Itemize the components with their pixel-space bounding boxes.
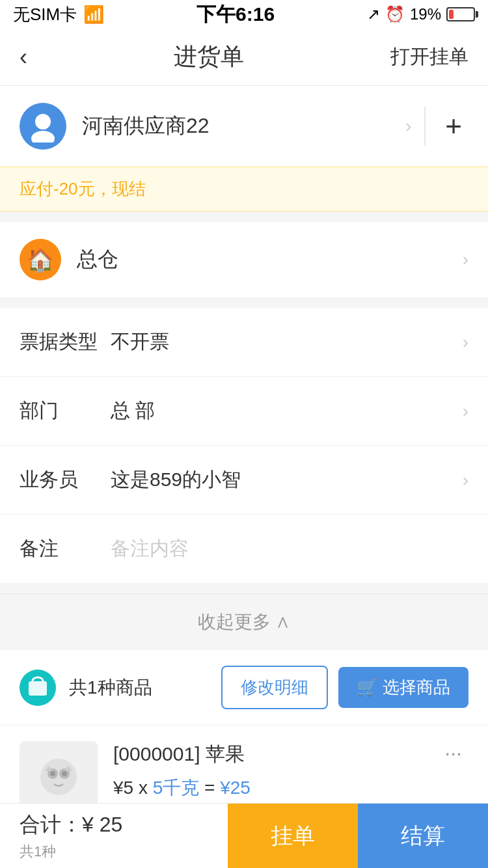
product-equals: = xyxy=(199,778,220,798)
supplier-section: 河南供应商22 › + 应付-20元，现结 xyxy=(0,86,488,211)
collapse-bar[interactable]: 收起更多 ∧ xyxy=(0,593,488,650)
product-count-label: 共1种商品 xyxy=(69,675,221,700)
product-code: [0000001] xyxy=(113,743,206,765)
warehouse-icon: 🏠 xyxy=(20,239,61,280)
owl-svg xyxy=(36,754,81,800)
supplier-add-button[interactable]: + xyxy=(439,110,468,142)
svg-point-0 xyxy=(35,114,51,129)
avatar-svg xyxy=(27,110,59,142)
footer: 合计：¥ 25 共1种 挂单 结算 xyxy=(0,803,488,868)
carrier-text: 无SIM卡 xyxy=(13,3,77,26)
ticket-type-chevron-icon: › xyxy=(463,332,468,353)
suspend-button[interactable]: 挂单 xyxy=(228,804,358,868)
product-header-icon xyxy=(20,670,56,706)
edit-detail-button[interactable]: 修改明细 xyxy=(221,666,328,709)
ticket-type-label: 票据类型 xyxy=(20,329,111,355)
svg-point-6 xyxy=(50,771,55,776)
supplier-chevron-icon: › xyxy=(405,116,411,137)
status-right: ↗ ⏰ 19% xyxy=(367,5,475,23)
page-title: 进货单 xyxy=(174,41,244,73)
product-unit-price: ¥5 x xyxy=(113,778,153,798)
open-suspend-button[interactable]: 打开挂单 xyxy=(390,44,468,70)
product-name: [0000001] 苹果 xyxy=(113,741,438,768)
svg-point-7 xyxy=(62,771,67,776)
product-quantity: 5千克 xyxy=(153,778,200,798)
select-product-button[interactable]: 🛒 选择商品 xyxy=(338,667,468,708)
department-row[interactable]: 部门 总 部 › xyxy=(0,377,488,446)
salesman-chevron-icon: › xyxy=(463,470,468,491)
checkout-button[interactable]: 结算 xyxy=(358,804,488,868)
salesman-value: 这是859的小智 xyxy=(111,467,463,493)
remark-row[interactable]: 备注 备注内容 xyxy=(0,515,488,583)
footer-total-amount: 合计：¥ 25 xyxy=(20,811,208,839)
cart-icon-small: 🛒 xyxy=(357,677,377,698)
svg-rect-2 xyxy=(29,681,47,696)
product-price-row: ¥5 x 5千克 = ¥25 xyxy=(113,776,438,800)
salesman-row[interactable]: 业务员 这是859的小智 › xyxy=(0,446,488,515)
footer-total-label: 合计： xyxy=(20,813,82,836)
product-placeholder-icon xyxy=(36,754,81,807)
supplier-notice: 应付-20元，现结 xyxy=(0,167,488,211)
nav-bar: ‹ 进货单 打开挂单 xyxy=(0,29,488,86)
product-total-price: ¥25 xyxy=(220,778,251,798)
form-section: 票据类型 不开票 › 部门 总 部 › 业务员 这是859的小智 › 备注 备注… xyxy=(0,308,488,583)
product-cart-icon xyxy=(26,676,49,699)
supplier-row[interactable]: 河南供应商22 › + xyxy=(0,86,488,167)
supplier-info: 河南供应商22 xyxy=(82,112,405,141)
product-detail: [0000001] 苹果 ¥5 x 5千克 = ¥25 xyxy=(113,741,438,800)
svg-point-1 xyxy=(31,131,55,142)
remark-input[interactable]: 备注内容 xyxy=(111,536,468,562)
remark-label: 备注 xyxy=(20,536,111,562)
product-header: 共1种商品 修改明细 🛒 选择商品 xyxy=(0,650,488,726)
alarm-icon: ⏰ xyxy=(385,5,405,23)
select-product-label: 选择商品 xyxy=(383,676,450,699)
footer-total-value: ¥ 25 xyxy=(82,813,122,836)
supplier-name: 河南供应商22 xyxy=(82,112,405,141)
status-left: 无SIM卡 📶 xyxy=(13,3,104,26)
ticket-type-row[interactable]: 票据类型 不开票 › xyxy=(0,308,488,377)
salesman-label: 业务员 xyxy=(20,467,111,493)
product-more-button[interactable]: ··· xyxy=(438,741,468,765)
warehouse-name: 总仓 xyxy=(77,245,463,274)
footer-total: 合计：¥ 25 共1种 xyxy=(0,804,228,868)
wifi-icon: 📶 xyxy=(83,5,104,25)
department-value: 总 部 xyxy=(111,398,463,424)
department-label: 部门 xyxy=(20,398,111,424)
battery-percent: 19% xyxy=(410,5,441,23)
supplier-avatar xyxy=(20,103,66,150)
back-button[interactable]: ‹ xyxy=(20,44,27,71)
status-time: 下午6:16 xyxy=(197,1,275,28)
main-content: 河南供应商22 › + 应付-20元，现结 🏠 总仓 › 票据类型 不开票 › … xyxy=(0,86,488,868)
warehouse-section: 🏠 总仓 › xyxy=(0,222,488,297)
svg-point-3 xyxy=(40,759,77,795)
battery-icon xyxy=(446,7,475,21)
supplier-divider xyxy=(424,107,426,146)
battery-fill xyxy=(449,10,454,19)
product-title: 苹果 xyxy=(206,743,245,765)
status-bar: 无SIM卡 📶 下午6:16 ↗ ⏰ 19% xyxy=(0,0,488,29)
warehouse-icon-inner: 🏠 xyxy=(27,247,54,273)
ticket-type-value: 不开票 xyxy=(111,329,463,355)
warehouse-row[interactable]: 🏠 总仓 › xyxy=(0,222,488,297)
warehouse-chevron-icon: › xyxy=(463,249,468,270)
footer-total-count: 共1种 xyxy=(20,842,208,861)
department-chevron-icon: › xyxy=(463,401,468,422)
location-icon: ↗ xyxy=(367,5,380,23)
